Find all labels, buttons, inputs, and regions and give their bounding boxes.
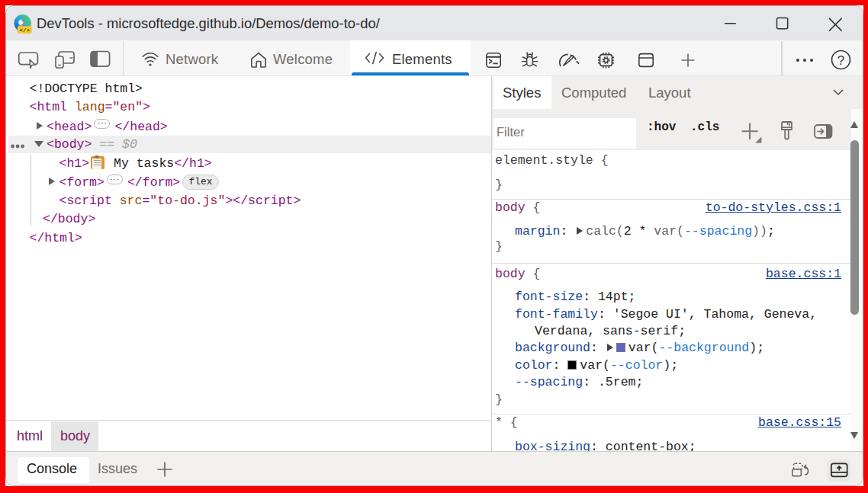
svg-text:</>: </> (19, 27, 30, 34)
svg-text:?: ? (837, 53, 844, 68)
